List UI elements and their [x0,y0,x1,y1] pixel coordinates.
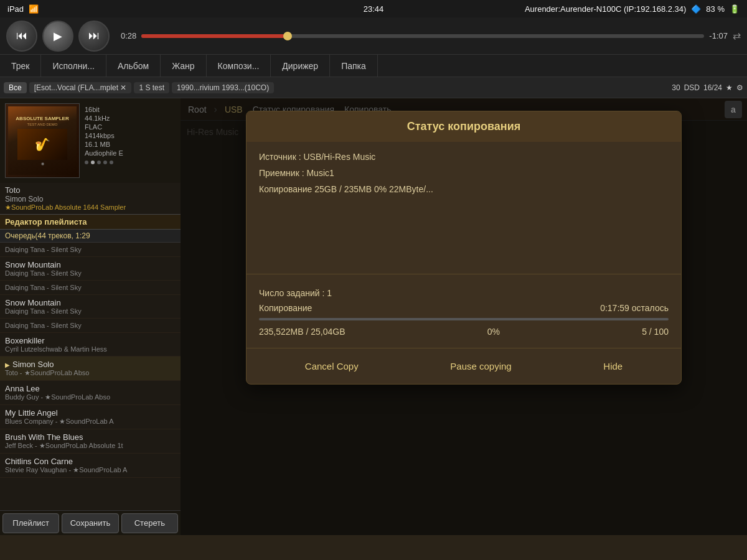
progress-thumb [283,32,292,40]
current-track-info: Toto Simon Solo ★SoundProLab Absolute 16… [0,183,181,214]
play-button[interactable]: ▶ [42,21,73,52]
current-track-artist: Simon Solo [5,195,176,203]
bitrate: 1414kbps [85,132,123,139]
dot-3 [97,161,101,164]
filter-all[interactable]: Все [4,82,27,93]
filter-year[interactable]: 1990...rivium 1993...(10CO) [172,82,274,93]
playlist-track-title: Anna Lee [5,384,176,393]
playlist-track-artist: Buddy Guy - ★SoundProLab Abso [5,393,176,401]
filter-vocal[interactable]: [Esot...Vocal (FLA...mplet ✕ [29,82,132,93]
list-item-playing[interactable]: ▶Simon Solo Toto - ★SoundProLab Abso [0,357,181,381]
list-item[interactable]: Brush With The Blues Jeff Beck - ★SoundP… [0,429,181,454]
percent-progress: 0% [487,327,500,337]
format-label: DSD [684,83,700,92]
filter-stest[interactable]: 1 S test [134,82,169,93]
playing-indicator: ▶ [5,362,10,368]
cancel-copy-button[interactable]: Cancel Copy [293,356,371,376]
album-title-art: ABSOLUTE SAMPLER [16,116,68,121]
next-icon: ⏭ [88,29,100,42]
prev-button[interactable]: ⏮ [6,21,37,52]
modal-stats: Число заданий : 1 Копирование 0:17:59 ос… [247,282,681,348]
playlist-track-title-chitlins: Chitlins Con Carne [5,457,176,466]
status-right: Aurender:Aurender-N100C (IP:192.168.2.34… [525,4,740,14]
list-item[interactable]: My Little Angel Blues Company - ★SoundPr… [0,405,181,429]
filter-right: 30 DSD 16/24 ★ ⚙ [672,83,743,92]
tab-conductor[interactable]: Дирижер [271,55,330,77]
playlist-track-artist: Cyril Lutzelschwab & Martin Hess [5,345,176,353]
source-label: Источник : [259,152,301,162]
list-item[interactable]: Boxenkiller Cyril Lutzelschwab & Martin … [0,333,181,357]
tab-artist[interactable]: Исполни... [41,55,106,77]
copy-status-modal: Статус копирования Источник : USB/Hi-Res… [246,111,682,385]
playlist-track-title: Brush With The Blues [5,432,176,442]
progress-area: 0:28 -1:07 ⇄ [121,30,741,42]
left-panel: ABSOLUTE SAMPLER TEST AND DEMO 🎷 ◉ 16bit… [0,98,181,535]
star-icon[interactable]: ★ [726,83,733,92]
tab-compose[interactable]: Компози... [207,55,271,77]
shuffle-icon[interactable]: ⇄ [733,30,741,42]
list-item[interactable]: Anna Lee Buddy Guy - ★SoundProLab Abso [0,381,181,405]
transport-bar: ⏮ ▶ ⏭ 0:28 -1:07 ⇄ [0,17,747,55]
playlist-button[interactable]: Плейлист [2,513,59,533]
tab-album[interactable]: Альбом [106,55,161,77]
list-item[interactable]: Snow Mountain Daiqing Tana - Silent Sky [0,257,181,281]
playlist-track-artist: Jeff Beck - ★SoundProLab Absolute 1t [5,442,176,450]
sample-rate: 44.1kHz [85,114,123,122]
tasks-row: Число заданий : 1 [259,288,669,298]
bottom-bar: Плейлист Сохранить Стереть [0,510,181,535]
playlist-track-title-playing: ▶Simon Solo [5,360,176,369]
playlist-track-artist: Daiqing Tana - Silent Sky [5,307,176,315]
tab-folder[interactable]: Папка [330,55,378,77]
album-subtitle-art: TEST AND DEMO [27,123,58,126]
time-remaining: -1:07 [709,31,728,40]
album-dots [85,161,123,164]
tab-track[interactable]: Трек [0,55,41,77]
playlist-track-artist: Blues Company - ★SoundProLab A [5,418,176,426]
copying-text: Копирование 25GB / 235MB 0% 22MByte/... [259,184,669,194]
save-button[interactable]: Сохранить [62,513,118,533]
right-panel: Root › USB Статус копирования Копировать… [181,98,747,535]
list-item[interactable]: Daiqing Tana - Silent Sky [0,281,181,295]
dot-4 [103,161,107,164]
list-item[interactable]: Chitlins Con Carne Stevie Ray Vaughan - … [0,454,181,478]
playlist-track-title: Snow Mountain [5,260,176,269]
playlist-artist-label: Daiqing Tana - Silent Sky [5,322,176,329]
dot-2 [91,161,95,164]
tab-genre[interactable]: Жанр [161,55,206,77]
filter-bar: Все [Esot...Vocal (FLA...mplet ✕ 1 S tes… [0,77,747,98]
list-item[interactable]: Daiqing Tana - Silent Sky [0,319,181,333]
playlist-items[interactable]: Daiqing Tana - Silent Sky Snow Mountain … [0,243,181,510]
copying-label: Копирование [259,303,312,313]
modal-footer: Cancel Copy Pause copying Hide [247,348,681,384]
playlist-track-artist-chitlins: Stevie Ray Vaughan - ★SoundProLab A [5,466,176,474]
pause-copy-button[interactable]: Pause copying [438,356,524,376]
main-content: ABSOLUTE SAMPLER TEST AND DEMO 🎷 ◉ 16bit… [0,98,747,535]
settings-icon[interactable]: ⚙ [736,83,743,92]
bitdepth-label: 16/24 [703,83,722,92]
dest-field: Приемник : Music1 [259,168,669,178]
playlist-artist-label: Daiqing Tana - Silent Sky [5,284,176,291]
size-progress: 235,522MB / 25,04GB [259,327,345,337]
modal-divider [247,274,681,274]
delete-button[interactable]: Стереть [121,513,178,533]
prev-icon: ⏮ [16,29,27,42]
album-logo: ◉ [41,161,44,166]
wifi-icon: 📶 [29,4,39,14]
music-note-icon: 🎷 [35,137,50,152]
source-label: Audiophile E [85,149,123,157]
playlist-track-artist-playing: Toto - ★SoundProLab Abso [5,369,176,377]
battery-label: 83 % [706,4,725,14]
count-label: 30 [672,83,680,92]
queue-label: Очередь(44 треков, 1:29 [0,230,181,243]
detail-row: 235,522MB / 25,04GB 0% 5 / 100 [259,327,669,337]
list-item[interactable]: Snow Mountain Daiqing Tana - Silent Sky [0,295,181,319]
next-button[interactable]: ⏭ [78,21,110,52]
current-track-title: Toto [5,185,176,195]
progress-track[interactable] [141,34,704,38]
list-item[interactable]: Daiqing Tana - Silent Sky [0,243,181,257]
playlist-header: Редактор плейлиста [0,214,181,230]
hide-button[interactable]: Hide [591,356,635,376]
playlist-track-title: Snow Mountain [5,298,176,307]
dot-1 [85,161,88,164]
file-size: 16.1 MB [85,141,123,148]
